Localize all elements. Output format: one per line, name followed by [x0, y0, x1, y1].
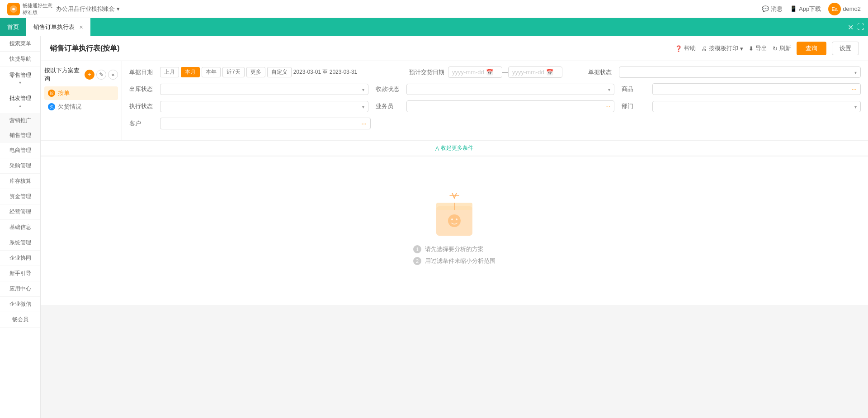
- exec-status-select[interactable]: [160, 101, 368, 112]
- goods-input[interactable]: ···: [652, 83, 861, 95]
- date-btn-7days[interactable]: 近7天: [222, 67, 245, 77]
- sidebar-item-wechat[interactable]: 企业微信: [0, 297, 40, 312]
- date-btn-custom[interactable]: 自定义: [267, 67, 292, 77]
- empty-svg: [427, 193, 481, 238]
- out-status-select[interactable]: [160, 84, 368, 95]
- collect-status-chevron-icon: [608, 86, 610, 93]
- top-header-left: 畅捷通好生意 标准版 办公用品行业模拟账套 ▾: [7, 2, 120, 15]
- query-button[interactable]: 查询: [797, 42, 826, 55]
- settings-button[interactable]: 设置: [832, 42, 859, 55]
- tab-bar-actions: ✕ ⛶: [848, 23, 868, 32]
- app-download-button[interactable]: 📱 App下载: [790, 5, 821, 13]
- sidebar-item-sales-mgmt[interactable]: 销售管理: [0, 128, 40, 143]
- print-icon: 🖨: [701, 45, 707, 52]
- search-menu-button[interactable]: 搜索菜单: [3, 40, 38, 48]
- date-btn-more[interactable]: 更多: [246, 67, 265, 77]
- customer-input[interactable]: ···: [160, 118, 371, 129]
- date-btn-last-month[interactable]: 上月: [160, 67, 179, 77]
- message-icon: 💬: [762, 5, 769, 12]
- message-button[interactable]: 💬 消息: [762, 5, 783, 13]
- exec-status-chevron-icon: [362, 103, 364, 110]
- sidebar-item-retail[interactable]: 零售管理 ▾: [0, 67, 40, 90]
- collect-status-select[interactable]: [406, 84, 615, 95]
- sidebar-item-ecommerce[interactable]: 电商管理: [0, 143, 40, 158]
- collect-status-label: 收款状态: [376, 85, 403, 93]
- filter-right-panel: 单据日期 上月 本月 本年 近7天 更多 自定义 2023-03-01 至 20…: [122, 61, 868, 140]
- scheme-item-shortage[interactable]: 欠 欠货情况: [44, 100, 118, 114]
- date-btn-this-month[interactable]: 本月: [181, 67, 200, 77]
- date-btn-this-year[interactable]: 本年: [202, 67, 221, 77]
- sidebar-wholesale-sub: 营销推广 销售管理: [0, 113, 40, 143]
- department-select[interactable]: [652, 101, 861, 112]
- breadcrumb[interactable]: 办公用品行业模拟账套 ▾: [56, 5, 120, 13]
- sidebar-item-basic[interactable]: 基础信息: [0, 220, 40, 235]
- sidebar-item-system[interactable]: 系统管理: [0, 235, 40, 251]
- customer-control: ···: [160, 118, 371, 129]
- filter-row-1: 单据日期 上月 本月 本年 近7天 更多 自定义 2023-03-01 至 20…: [129, 66, 861, 78]
- edit-scheme-button[interactable]: ✎: [96, 70, 106, 80]
- help-button[interactable]: ❓ 帮助: [675, 44, 696, 52]
- empty-tip-1: 1 请先选择要分析的方案: [413, 245, 495, 253]
- template-print-button[interactable]: 🖨 按模板打印 ▾: [701, 44, 743, 52]
- logo-area: 畅捷通好生意 标准版: [7, 2, 52, 15]
- out-status-control: [160, 84, 368, 95]
- expected-date-from[interactable]: yyyy-mm-dd 📅: [448, 66, 502, 78]
- filter-left-panel: 按以下方案查询 + ✎ « 按 按单 欠 欠货情况: [41, 61, 122, 140]
- sidebar-item-wholesale[interactable]: 批发管理 ▴: [0, 90, 40, 113]
- scheme-item-by-order[interactable]: 按 按单: [44, 86, 118, 100]
- page-title: 销售订单执行表(按单): [50, 44, 120, 53]
- sidebar-item-inventory[interactable]: 库存核算: [0, 174, 40, 189]
- sidebar-item-newbie[interactable]: 新手引导: [0, 266, 40, 281]
- add-scheme-button[interactable]: +: [85, 70, 94, 80]
- sidebar-item-apps[interactable]: 应用中心: [0, 281, 40, 297]
- sidebar-search: 搜索菜单: [0, 36, 40, 52]
- salesperson-more-icon[interactable]: ···: [605, 103, 611, 110]
- page-header: 销售订单执行表(按单) ❓ 帮助 🖨 按模板打印 ▾ ⬇ 导出 ↻ 刷新: [41, 36, 868, 61]
- collapse-panel-button[interactable]: «: [108, 70, 118, 80]
- sidebar-item-operation[interactable]: 经营管理: [0, 204, 40, 220]
- tab-bar: 首页 销售订单执行表 ✕ ✕ ⛶: [0, 18, 868, 36]
- svg-point-4: [448, 214, 461, 227]
- exec-status-control: [160, 101, 368, 112]
- single-status-select[interactable]: [619, 66, 861, 78]
- tab-home-label: 首页: [7, 23, 19, 31]
- empty-illustration: [427, 193, 481, 238]
- filter-single-status: 单据状态: [588, 66, 861, 78]
- empty-tip-2: 2 用过滤条件来缩小分析范围: [413, 257, 495, 265]
- sidebar-item-purchase[interactable]: 采购管理: [0, 158, 40, 174]
- filter-scheme-actions: + ✎ «: [85, 70, 118, 80]
- filter-row-4: 客户 ···: [129, 118, 861, 129]
- expected-date-label: 预计交货日期: [409, 68, 444, 76]
- expected-date-to[interactable]: yyyy-mm-dd 📅: [508, 66, 562, 78]
- top-header-right: 💬 消息 📱 App下载 Ea demo2: [762, 3, 861, 15]
- page-actions: ❓ 帮助 🖨 按模板打印 ▾ ⬇ 导出 ↻ 刷新 查询 设置: [675, 42, 859, 55]
- collapse-icon: ⋀: [435, 146, 439, 151]
- collapse-bar[interactable]: ⋀ 收起更多条件: [41, 140, 868, 156]
- scheme-icon-by-order: 按: [48, 90, 55, 97]
- tab-close-icon[interactable]: ✕: [79, 24, 83, 30]
- tab-close-all-icon[interactable]: ✕: [848, 23, 854, 32]
- goods-more-icon[interactable]: ···: [851, 86, 857, 93]
- salesperson-input[interactable]: ···: [406, 100, 615, 112]
- tab-sales-exec-label: 销售订单执行表: [33, 23, 75, 31]
- app-download-icon: 📱: [790, 5, 797, 12]
- sidebar-item-quicknav[interactable]: 快捷导航: [0, 52, 40, 67]
- tab-maximize-icon[interactable]: ⛶: [857, 23, 864, 31]
- content-area: 销售订单执行表(按单) ❓ 帮助 🖨 按模板打印 ▾ ⬇ 导出 ↻ 刷新: [41, 36, 868, 418]
- customer-more-icon[interactable]: ···: [361, 120, 367, 127]
- user-menu[interactable]: Ea demo2: [828, 3, 861, 15]
- sidebar-item-enterprise[interactable]: 企业协同: [0, 251, 40, 266]
- sidebar-item-finance[interactable]: 资金管理: [0, 189, 40, 204]
- single-status-chevron-icon: [854, 69, 857, 76]
- refresh-button[interactable]: ↻ 刷新: [773, 44, 791, 52]
- sidebar: 搜索菜单 快捷导航 零售管理 ▾ 批发管理 ▴ 营销推广 销售管理 电商管理 采…: [0, 36, 41, 418]
- tab-home[interactable]: 首页: [0, 18, 26, 36]
- filter-sidebar: 按以下方案查询 + ✎ « 按 按单 欠 欠货情况: [41, 61, 868, 140]
- sidebar-item-marketing[interactable]: 营销推广: [0, 113, 40, 128]
- export-button[interactable]: ⬇ 导出: [749, 44, 767, 52]
- sidebar-item-member[interactable]: 畅会员: [0, 312, 40, 328]
- tab-sales-exec[interactable]: 销售订单执行表 ✕: [26, 18, 90, 36]
- collect-status-control: [406, 84, 615, 95]
- filter-scheme-header: 按以下方案查询 + ✎ «: [44, 66, 118, 83]
- exec-status-label: 执行状态: [129, 102, 156, 110]
